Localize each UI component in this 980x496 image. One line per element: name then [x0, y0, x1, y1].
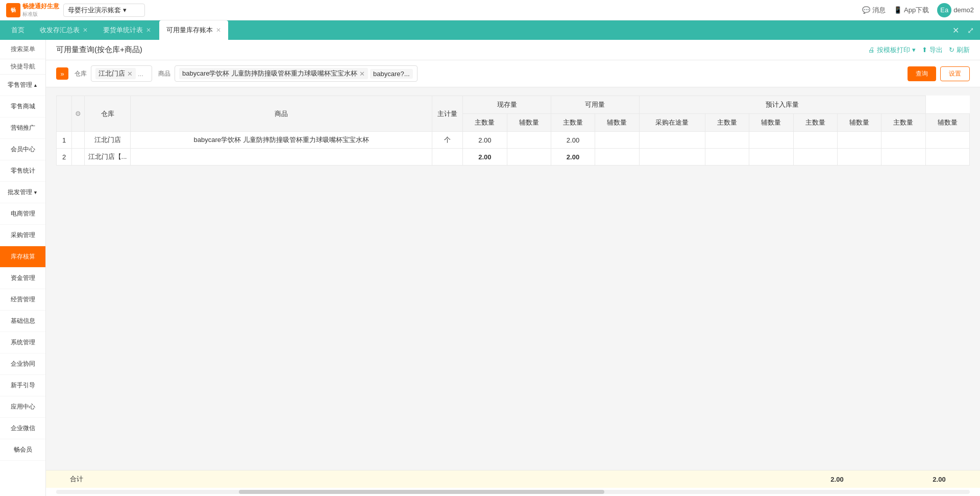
sidebar-item-purchase-mgmt[interactable]: 采购管理	[0, 225, 45, 246]
sidebar-item-ecommerce-mgmt[interactable]: 电商管理	[0, 203, 45, 225]
top-bar-right: 💬 消息 📱 App下载 Ea demo2	[862, 3, 974, 17]
sidebar-item-finance-mgmt[interactable]: 资金管理	[0, 268, 45, 289]
logo: 畅 畅捷通好生意 标准版	[6, 2, 59, 18]
print-button[interactable]: 🖨 按模板打印 ▾	[868, 45, 916, 55]
th-gear[interactable]: ⚙	[72, 96, 85, 132]
sidebar-item-retail-mall[interactable]: 零售商城	[0, 96, 45, 117]
warehouse-tag: 江北门店 ✕	[95, 68, 136, 79]
page-header: 可用量查询(按仓库+商品) 🖨 按模板打印 ▾ ⬆ 导出 ↻ 刷新	[46, 40, 980, 60]
tab-close-stock-summary[interactable]: ✕	[83, 27, 88, 34]
tab-home[interactable]: 首页	[4, 20, 32, 40]
filter-toggle-button[interactable]: »	[56, 67, 68, 80]
setting-button[interactable]: 设置	[940, 66, 970, 81]
th-pur-main-label: 采购在途量	[639, 114, 705, 132]
tab-expand-button[interactable]: ⤢	[965, 26, 976, 35]
cell-stock-aux-2	[507, 149, 551, 166]
cell-stock-main-1: 2.00	[463, 132, 507, 149]
th-unit: 主计量	[432, 96, 463, 132]
footer-avail-main: 2.00	[909, 476, 970, 483]
warehouse-more-dots[interactable]: ...	[138, 70, 143, 78]
sidebar-item-app-center[interactable]: 应用中心	[0, 396, 45, 418]
scroll-thumb[interactable]	[239, 490, 604, 494]
cell-avail-main-2: 2.00	[551, 149, 595, 166]
cell-pur-aux-2	[749, 149, 793, 166]
product-filter-group: 商品 babycare学饮杯 儿童防摔防撞吸管杯重力球吸嘴杯宝宝水杯 ✕ bab…	[158, 65, 418, 82]
sidebar-item-enterprise-collab[interactable]: 企业协同	[0, 353, 45, 375]
message-button[interactable]: 💬 消息	[862, 6, 886, 15]
cell-pur-label-2	[639, 149, 705, 166]
th-in-main: 主数量	[793, 114, 837, 132]
product-tag-1-remove[interactable]: ✕	[359, 70, 365, 78]
sidebar-item-operations-mgmt[interactable]: 经营管理	[0, 289, 45, 311]
th-prod-aux: 辅数量	[925, 114, 969, 132]
warehouse-label: 仓库	[75, 69, 87, 78]
cell-pur-label-1	[639, 132, 705, 149]
sidebar-item-enterprise-wechat[interactable]: 企业微信	[0, 418, 45, 439]
cell-pur-main-1	[705, 132, 749, 149]
scroll-area	[46, 488, 980, 496]
table-row: 2 江北门店【... 2.00 2.00	[57, 149, 970, 166]
sidebar-item-retail-mgmt[interactable]: 零售管理	[0, 75, 45, 96]
cell-pur-main-2	[705, 149, 749, 166]
gear-icon[interactable]: ⚙	[75, 110, 81, 117]
warehouse-input[interactable]: 江北门店 ✕ ...	[91, 65, 152, 82]
nav-tabs-right: ✕ ⤢	[950, 20, 976, 40]
header-actions: 🖨 按模板打印 ▾ ⬆ 导出 ↻ 刷新	[868, 45, 970, 55]
sidebar-item-marketing[interactable]: 营销推广	[0, 117, 45, 139]
th-stock-main: 主数量	[463, 114, 507, 132]
th-index	[57, 96, 72, 132]
warehouse-tag-remove[interactable]: ✕	[127, 70, 133, 78]
th-pur-aux: 辅数量	[749, 114, 793, 132]
page-title: 可用量查询(按仓库+商品)	[56, 45, 142, 55]
sidebar-item-basic-info[interactable]: 基础信息	[0, 311, 45, 332]
cell-unit-2	[432, 149, 463, 166]
cell-in-main-2	[793, 149, 837, 166]
sidebar-item-chang-member[interactable]: 畅会员	[0, 439, 45, 461]
store-selector[interactable]: 母婴行业演示账套 ▾	[63, 4, 145, 17]
tab-order-stats[interactable]: 要货单统计表 ✕	[96, 20, 158, 40]
scroll-track[interactable]	[56, 490, 970, 494]
user-avatar[interactable]: Ea demo2	[937, 3, 974, 17]
th-available: 可用量	[551, 96, 639, 114]
refresh-button[interactable]: ↻ 刷新	[949, 45, 970, 55]
table-area: ⚙ 仓库 商品 主计量 现存量 可用量 预计入库量 主数量 辅数量 主数量 辅数…	[46, 87, 980, 470]
sidebar-item-system-mgmt[interactable]: 系统管理	[0, 332, 45, 353]
filter-actions: 查询 设置	[908, 66, 970, 81]
cell-prod-main-1	[881, 132, 925, 149]
sidebar-nav[interactable]: 快捷导航	[0, 59, 45, 75]
logo-subtitle: 标准版	[22, 11, 59, 18]
sidebar-item-inventory[interactable]: 库存核算	[0, 246, 45, 268]
app-download-button[interactable]: 📱 App下载	[894, 6, 929, 15]
cell-stock-main-2: 2.00	[463, 149, 507, 166]
export-button[interactable]: ⬆ 导出	[922, 45, 943, 55]
tab-close-order-stats[interactable]: ✕	[146, 27, 151, 34]
cell-unit-1: 个	[432, 132, 463, 149]
sidebar-item-new-guide[interactable]: 新手引导	[0, 375, 45, 396]
nav-tabs: 首页 收发存汇总表 ✕ 要货单统计表 ✕ 可用量库存账本 ✕ ✕ ⤢	[0, 20, 980, 40]
tab-available-stock[interactable]: 可用量库存账本 ✕	[159, 20, 228, 40]
footer-label: 合计	[56, 475, 97, 484]
product-label: 商品	[158, 69, 170, 78]
cell-pur-aux-1	[749, 132, 793, 149]
warehouse-filter-group: 仓库 江北门店 ✕ ...	[75, 65, 152, 82]
product-tag-1: babycare学饮杯 儿童防摔防撞吸管杯重力球吸嘴杯宝宝水杯 ✕	[179, 68, 368, 79]
th-current-stock: 现存量	[463, 96, 551, 114]
th-warehouse: 仓库	[85, 96, 131, 132]
sidebar-item-member-center[interactable]: 会员中心	[0, 139, 45, 160]
product-input[interactable]: babycare学饮杯 儿童防摔防撞吸管杯重力球吸嘴杯宝宝水杯 ✕ babyca…	[175, 65, 418, 82]
cell-warehouse-1: 江北门店	[85, 132, 131, 149]
filter-bar: » 仓库 江北门店 ✕ ... 商品 babycare学饮杯 儿童防摔防撞吸管杯…	[46, 60, 980, 87]
th-product: 商品	[131, 96, 432, 132]
tab-close-available-stock[interactable]: ✕	[216, 27, 221, 34]
cell-product-2	[131, 149, 432, 166]
sidebar-item-retail-stats[interactable]: 零售统计	[0, 160, 45, 182]
sidebar-search[interactable]: 搜索菜单	[0, 40, 45, 59]
sidebar: 搜索菜单 快捷导航 零售管理 零售商城 营销推广 会员中心 零售统计 批发管理 …	[0, 40, 46, 496]
tab-close-all-button[interactable]: ✕	[950, 26, 961, 35]
cell-product-1: babycare学饮杯 儿童防摔防撞吸管杯重力球吸嘴杯宝宝水杯	[131, 132, 432, 149]
tab-stock-summary[interactable]: 收发存汇总表 ✕	[33, 20, 95, 40]
cell-index-2: 2	[57, 149, 72, 166]
query-button[interactable]: 查询	[908, 66, 936, 81]
th-pur-main: 主数量	[705, 114, 749, 132]
sidebar-item-wholesale-mgmt[interactable]: 批发管理	[0, 182, 45, 203]
